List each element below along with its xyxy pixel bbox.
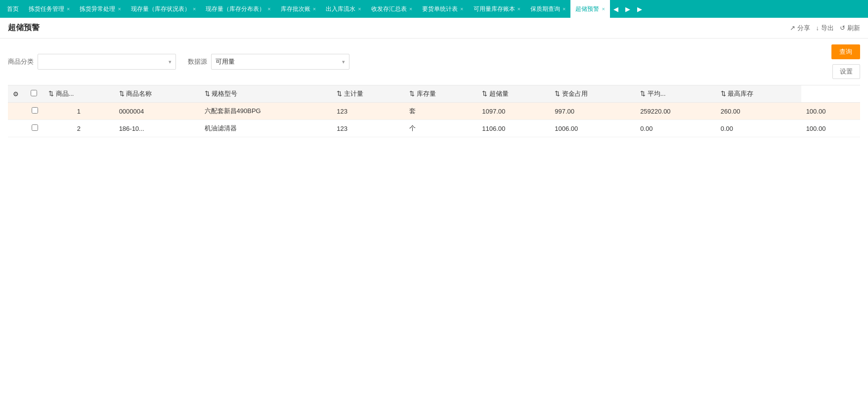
nav-tab-10-label: 保质期查询	[530, 5, 560, 13]
category-select[interactable]: ▾	[38, 54, 176, 70]
row-checkbox[interactable]	[32, 107, 38, 114]
col-spec[interactable]: ⇅ 规格型号	[200, 85, 332, 103]
col-avg-label: ⇅ 平均...	[640, 90, 665, 97]
row-stock: 1106.00	[477, 120, 550, 137]
col-stock[interactable]: ⇅ 库存量	[404, 85, 477, 103]
col-unit-label: ⇅ 主计量	[337, 90, 363, 97]
row-max-stock: 100.00	[801, 120, 860, 137]
col-spec-label: ⇅ 规格型号	[205, 90, 238, 97]
nav-tab-11-label: 超储预警	[575, 5, 599, 13]
close-icon[interactable]: ×	[313, 6, 316, 12]
close-icon[interactable]: ×	[193, 6, 196, 12]
nav-tab-7[interactable]: 收发存汇总表 ×	[366, 0, 417, 18]
row-num: 1	[43, 103, 114, 120]
row-unit: 套	[404, 103, 477, 120]
col-product-name[interactable]: ⇅ 商品名称	[114, 85, 200, 103]
col-max-stock-label: ⇅ 最高库存	[721, 90, 754, 97]
chevron-down-icon: ▾	[342, 59, 345, 65]
nav-tab-6[interactable]: 出入库流水 ×	[321, 0, 366, 18]
table-header-row: ⚙ ⇅ 商品... ⇅ 商品名称 ⇅ 规格型号 ⇅ 主计量 ⇅	[8, 85, 860, 103]
nav-left-arrow[interactable]: ◀	[610, 0, 622, 18]
category-label: 商品分类	[8, 57, 34, 66]
nav-tab-6-label: 出入库流水	[326, 5, 355, 13]
settings-button[interactable]: 设置	[832, 64, 860, 79]
row-avg: 0.00	[716, 120, 801, 137]
row-capital: 259220.00	[635, 103, 716, 120]
row-checkbox-cell[interactable]	[26, 120, 43, 137]
nav-tab-home-label: 首页	[7, 5, 19, 13]
col-unit[interactable]: ⇅ 主计量	[332, 85, 404, 103]
row-product-code: 186-10...	[114, 120, 200, 137]
close-icon[interactable]: ×	[602, 6, 605, 12]
close-icon[interactable]: ×	[563, 6, 565, 12]
col-avg[interactable]: ⇅ 平均...	[635, 85, 716, 103]
row-checkbox[interactable]	[32, 124, 38, 131]
nav-tab-5-label: 库存批次账	[281, 5, 310, 13]
nav-right-arrow[interactable]: ▶	[622, 0, 634, 18]
datasource-select[interactable]: 可用量 ▾	[211, 54, 349, 70]
row-num: 2	[43, 120, 114, 137]
share-icon: ↗	[790, 24, 795, 32]
nav-more-arrow[interactable]: ▶	[634, 0, 646, 18]
row-checkbox-cell[interactable]	[26, 103, 43, 120]
export-label: 导出	[821, 24, 834, 33]
top-nav: 首页 拣货任务管理 × 拣货异常处理 × 现存量（库存状况表） × 现存量（库存…	[0, 0, 868, 18]
nav-tab-9[interactable]: 可用量库存账本 ×	[469, 0, 525, 18]
category-filter: 商品分类 ▾	[8, 54, 176, 70]
close-icon[interactable]: ×	[67, 6, 70, 12]
col-max-stock[interactable]: ⇅ 最高库存	[716, 85, 801, 103]
row-overstock: 997.00	[550, 103, 635, 120]
row-unit: 个	[404, 120, 477, 137]
refresh-button[interactable]: ↺ 刷新	[840, 24, 860, 33]
nav-tab-4[interactable]: 现存量（库存分布表） ×	[201, 0, 275, 18]
nav-tab-2[interactable]: 拣货异常处理 ×	[75, 0, 126, 18]
nav-tab-1[interactable]: 拣货任务管理 ×	[24, 0, 75, 18]
datasource-filter: 数据源 可用量 ▾	[188, 54, 349, 70]
data-table: ⚙ ⇅ 商品... ⇅ 商品名称 ⇅ 规格型号 ⇅ 主计量 ⇅	[8, 85, 860, 137]
share-label: 分享	[797, 24, 810, 33]
table-container: ⚙ ⇅ 商品... ⇅ 商品名称 ⇅ 规格型号 ⇅ 主计量 ⇅	[0, 85, 868, 137]
table-body: 1 0000004 六配套新昌490BPG 123 套 1097.00 997.…	[8, 103, 860, 137]
col-capital[interactable]: ⇅ 资金占用	[550, 85, 635, 103]
row-spec: 123	[332, 120, 404, 137]
datasource-select-value: 可用量	[216, 57, 235, 66]
nav-tab-11[interactable]: 超储预警 ×	[570, 0, 609, 18]
filter-right-actions: 查询 设置	[831, 44, 860, 79]
row-settings-cell	[8, 120, 26, 137]
nav-tab-9-label: 可用量库存账本	[474, 5, 515, 13]
nav-tab-8[interactable]: 要货单统计表 ×	[417, 0, 468, 18]
close-icon[interactable]: ×	[358, 6, 361, 12]
nav-tab-3-label: 现存量（库存状况表）	[131, 5, 190, 13]
close-icon[interactable]: ×	[409, 6, 412, 12]
settings-icon: ⚙	[13, 90, 19, 98]
col-settings[interactable]: ⚙	[8, 85, 26, 103]
export-button[interactable]: ↓ 导出	[816, 24, 834, 33]
nav-tab-10[interactable]: 保质期查询 ×	[525, 0, 570, 18]
nav-tab-5[interactable]: 库存批次账 ×	[276, 0, 321, 18]
query-button[interactable]: 查询	[831, 44, 860, 59]
nav-tab-2-label: 拣货异常处理	[80, 5, 115, 13]
col-product-name-label: ⇅ 商品名称	[119, 90, 152, 97]
nav-tab-home[interactable]: 首页	[2, 0, 24, 18]
col-overstock-label: ⇅ 超储量	[482, 90, 509, 97]
row-product-code: 0000004	[114, 103, 200, 120]
nav-tab-3[interactable]: 现存量（库存状况表） ×	[126, 0, 201, 18]
col-product-code-label: ⇅ 商品...	[48, 90, 74, 97]
row-settings-cell	[8, 103, 26, 120]
row-avg: 260.00	[716, 103, 801, 120]
close-icon[interactable]: ×	[518, 6, 521, 12]
nav-tab-7-label: 收发存汇总表	[371, 5, 407, 13]
refresh-label: 刷新	[847, 24, 860, 33]
filter-area: 商品分类 ▾ 数据源 可用量 ▾ 查询 设置	[0, 39, 868, 85]
chevron-down-icon: ▾	[169, 59, 172, 65]
col-overstock[interactable]: ⇅ 超储量	[477, 85, 550, 103]
page-title: 超储预警	[8, 23, 40, 33]
close-icon[interactable]: ×	[267, 6, 270, 12]
close-icon[interactable]: ×	[460, 6, 463, 12]
col-product-code[interactable]: ⇅ 商品...	[43, 85, 114, 103]
share-button[interactable]: ↗ 分享	[790, 24, 810, 33]
col-checkbox[interactable]	[26, 85, 43, 103]
nav-tab-1-label: 拣货任务管理	[29, 5, 64, 13]
close-icon[interactable]: ×	[118, 6, 121, 12]
select-all-checkbox[interactable]	[31, 90, 37, 96]
